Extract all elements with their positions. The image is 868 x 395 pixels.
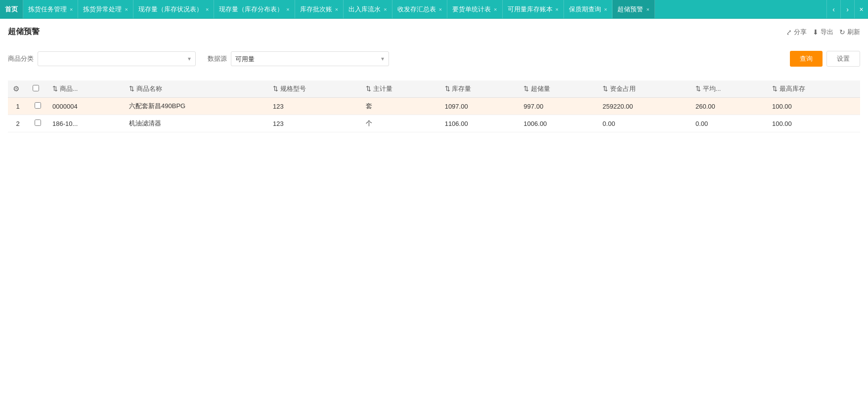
col-stock-header[interactable]: ⇅ 库存量 — [440, 80, 519, 98]
col-unit-header[interactable]: ⇅ 主计量 — [361, 80, 440, 98]
row-stock-2: 1106.00 — [440, 115, 519, 132]
col-name-header[interactable]: ⇅ 商品名称 — [124, 80, 268, 98]
export-icon: ⬇ — [813, 28, 819, 36]
row-spec-2: 123 — [268, 115, 361, 132]
row-spec-1: 123 — [268, 98, 361, 115]
row-checkbox-input-2[interactable] — [35, 119, 41, 126]
row-unit-2: 个 — [361, 115, 440, 132]
nav-item-collect[interactable]: 收发存汇总表 × — [392, 0, 447, 18]
close-overstock-icon[interactable]: × — [646, 6, 649, 12]
category-select-wrapper — [38, 51, 196, 66]
close-inout-icon[interactable]: × — [384, 6, 387, 12]
row-overstock-2: 1006.00 — [519, 115, 598, 132]
close-quality-icon[interactable]: × — [604, 6, 607, 12]
nav-arrow-right[interactable]: › — [840, 0, 854, 18]
close-avail-stock-icon[interactable]: × — [556, 6, 559, 12]
row-capital-1: 259220.00 — [598, 98, 691, 115]
share-icon: ⤤ — [786, 28, 792, 36]
share-button[interactable]: ⤤ 分享 — [786, 28, 807, 37]
row-index-1: 1 — [8, 98, 28, 115]
nav-item-task[interactable]: 拣货任务管理 × — [23, 0, 78, 18]
row-capital-2: 0.00 — [598, 115, 691, 132]
nav-item-quality[interactable]: 保质期查询 × — [564, 0, 612, 18]
row-code-2: 186-10... — [47, 115, 124, 132]
row-checkbox-1 — [28, 98, 47, 115]
row-checkbox-2 — [28, 115, 47, 132]
datasource-select-wrapper: 可用量 库存量 — [231, 51, 389, 66]
close-batch-icon[interactable]: × — [335, 6, 338, 12]
category-label: 商品分类 — [8, 54, 34, 63]
row-avg-1: 260.00 — [691, 98, 767, 115]
nav-item-batch[interactable]: 库存批次账 × — [295, 0, 344, 18]
row-max-stock-2: 100.00 — [767, 115, 860, 132]
col-capital-header[interactable]: ⇅ 资金占用 — [598, 80, 691, 98]
nav-arrows: ‹ › × — [826, 0, 868, 18]
nav-arrow-left[interactable]: ‹ — [826, 0, 840, 18]
row-code-1: 0000004 — [47, 98, 124, 115]
nav-item-inout[interactable]: 出入库流水 × — [344, 0, 392, 18]
row-stock-1: 1097.00 — [440, 98, 519, 115]
row-avg-2: 0.00 — [691, 115, 767, 132]
datasource-label: 数据源 — [208, 54, 227, 63]
main-content: 超储预警 ⤤ 分享 ⬇ 导出 ↻ 刷新 商品分类 — [0, 19, 868, 395]
refresh-icon: ↻ — [839, 28, 845, 36]
data-table: ⚙ ⇅ 商品... ⇅ 商品名称 ⇅ 规格型号 ⇅ — [8, 80, 860, 132]
col-code-header[interactable]: ⇅ 商品... — [47, 80, 124, 98]
row-max-stock-1: 100.00 — [767, 98, 860, 115]
nav-item-avail-stock[interactable]: 可用量库存账本 × — [503, 0, 564, 18]
nav-item-stock-status[interactable]: 现存量（库存状况表） × — [133, 0, 214, 18]
filter-actions: 查询 设置 — [790, 51, 860, 67]
refresh-button[interactable]: ↻ 刷新 — [839, 28, 860, 37]
nav-item-overstock[interactable]: 超储预警 × — [612, 0, 654, 18]
filter-row: 商品分类 数据源 可用量 库存量 查询 设置 — [8, 45, 860, 73]
row-name-1: 六配套新昌490BPG — [124, 98, 268, 115]
nav-item-stock-dist[interactable]: 现存量（库存分布表） × — [214, 0, 295, 18]
nav-arrow-close[interactable]: × — [854, 0, 868, 18]
row-name-2: 机油滤清器 — [124, 115, 268, 132]
page-title: 超储预警 — [8, 27, 40, 37]
settings-button[interactable]: 设置 — [826, 51, 860, 67]
page-header: 超储预警 ⤤ 分享 ⬇ 导出 ↻ 刷新 — [8, 27, 860, 37]
header-actions: ⤤ 分享 ⬇ 导出 ↻ 刷新 — [786, 28, 860, 37]
close-collect-icon[interactable]: × — [439, 6, 442, 12]
datasource-filter-group: 数据源 可用量 库存量 — [208, 51, 389, 66]
query-button[interactable]: 查询 — [790, 51, 823, 67]
table-row: 2 186-10... 机油滤清器 123 个 1106.00 1006.00 … — [8, 115, 860, 132]
select-all-checkbox[interactable] — [33, 85, 39, 91]
row-checkbox-input-1[interactable] — [35, 102, 41, 109]
col-settings: ⚙ — [8, 80, 28, 98]
row-index-2: 2 — [8, 115, 28, 132]
table-header-row: ⚙ ⇅ 商品... ⇅ 商品名称 ⇅ 规格型号 ⇅ — [8, 80, 860, 98]
col-overstock-header[interactable]: ⇅ 超储量 — [519, 80, 598, 98]
close-stock-status-icon[interactable]: × — [206, 6, 209, 12]
col-spec-header[interactable]: ⇅ 规格型号 — [268, 80, 361, 98]
close-order-stat-icon[interactable]: × — [494, 6, 497, 12]
table-settings-icon[interactable]: ⚙ — [13, 84, 19, 93]
nav-item-home[interactable]: 首页 — [0, 0, 23, 18]
close-task-icon[interactable]: × — [70, 6, 73, 12]
col-avg-header[interactable]: ⇅ 平均... — [691, 80, 767, 98]
datasource-select[interactable]: 可用量 库存量 — [231, 51, 389, 66]
category-filter-group: 商品分类 — [8, 51, 196, 66]
category-select[interactable] — [38, 51, 196, 66]
top-nav: 首页 拣货任务管理 × 拣货异常处理 × 现存量（库存状况表） × 现存量（库存… — [0, 0, 868, 19]
col-checkbox-header — [28, 80, 47, 98]
nav-item-order-stat[interactable]: 要货单统计表 × — [447, 0, 502, 18]
nav-item-abnormal[interactable]: 拣货异常处理 × — [78, 0, 133, 18]
row-unit-1: 套 — [361, 98, 440, 115]
export-button[interactable]: ⬇ 导出 — [813, 28, 833, 37]
row-overstock-1: 997.00 — [519, 98, 598, 115]
col-max-stock-header[interactable]: ⇅ 最高库存 — [767, 80, 860, 98]
table-row: 1 0000004 六配套新昌490BPG 123 套 1097.00 997.… — [8, 98, 860, 115]
close-abnormal-icon[interactable]: × — [125, 6, 128, 12]
close-stock-dist-icon[interactable]: × — [286, 6, 289, 12]
